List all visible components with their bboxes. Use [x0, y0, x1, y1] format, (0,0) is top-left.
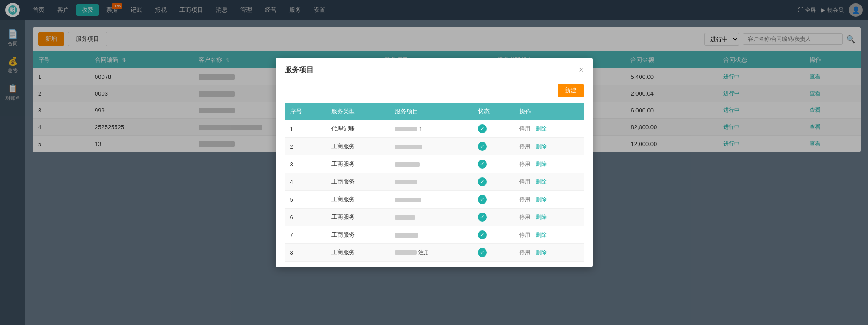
delete-button[interactable]: 删除 [536, 214, 547, 220]
modal-body: 新建 序号 服务类型 服务项目 状态 操作 1 代理记账 [276, 78, 593, 267]
modal-cell-type: 工商服务 [326, 155, 389, 173]
modal-cell-type: 工商服务 [326, 209, 389, 226]
status-check-icon: ✓ [478, 248, 487, 257]
stop-button[interactable]: 停用 [519, 161, 530, 167]
modal-table-row: 5 工商服务 ✓ 停用 删除 [285, 191, 584, 209]
modal-cell-actions: 停用 删除 [514, 244, 584, 262]
delete-button[interactable]: 删除 [536, 249, 547, 256]
modal-cell-item [389, 138, 473, 155]
modal-table-row: 2 工商服务 ✓ 停用 删除 [285, 138, 584, 155]
service-items-table: 序号 服务类型 服务项目 状态 操作 1 代理记账 1 ✓ 停用 删除 2 [285, 103, 584, 262]
modal-header: 服务项目 × [276, 58, 593, 78]
modal-col-action: 操作 [514, 103, 584, 120]
modal-cell-actions: 停用 删除 [514, 226, 584, 244]
modal-cell-seq: 6 [285, 209, 326, 226]
status-check-icon: ✓ [478, 230, 487, 239]
modal-cell-type: 工商服务 [326, 138, 389, 155]
status-check-icon: ✓ [478, 160, 487, 169]
modal-cell-actions: 停用 删除 [514, 155, 584, 173]
stop-button[interactable]: 停用 [519, 196, 530, 203]
stop-button[interactable]: 停用 [519, 179, 530, 185]
modal-col-seq: 序号 [285, 103, 326, 120]
modal-cell-actions: 停用 删除 [514, 209, 584, 226]
modal-cell-item: 1 [389, 120, 473, 138]
modal-cell-item [389, 155, 473, 173]
modal-overlay[interactable]: 服务项目 × 新建 序号 服务类型 服务项目 状态 操作 [0, 0, 868, 325]
delete-button[interactable]: 删除 [536, 196, 547, 203]
modal-cell-type: 工商服务 [326, 173, 389, 191]
modal-col-status: 状态 [472, 103, 514, 120]
modal-cell-item [389, 173, 473, 191]
status-check-icon: ✓ [478, 142, 487, 151]
status-check-icon: ✓ [478, 195, 487, 204]
modal-cell-status: ✓ [472, 244, 514, 262]
modal-table-row: 4 工商服务 ✓ 停用 删除 [285, 173, 584, 191]
modal-cell-type: 工商服务 [326, 191, 389, 209]
modal-table-row: 1 代理记账 1 ✓ 停用 删除 [285, 120, 584, 138]
modal-title: 服务项目 [285, 65, 314, 75]
modal-cell-actions: 停用 删除 [514, 120, 584, 138]
modal-toolbar: 新建 [285, 84, 584, 97]
modal-cell-type: 代理记账 [326, 120, 389, 138]
modal-cell-seq: 2 [285, 138, 326, 155]
delete-button[interactable]: 删除 [536, 143, 547, 150]
modal-cell-seq: 5 [285, 191, 326, 209]
modal-cell-actions: 停用 删除 [514, 173, 584, 191]
stop-button[interactable]: 停用 [519, 143, 530, 150]
stop-button[interactable]: 停用 [519, 249, 530, 256]
modal-cell-type: 工商服务 [326, 226, 389, 244]
modal-cell-status: ✓ [472, 173, 514, 191]
modal-close-button[interactable]: × [579, 65, 584, 75]
modal-col-type: 服务类型 [326, 103, 389, 120]
delete-button[interactable]: 删除 [536, 179, 547, 185]
modal-scroll[interactable]: 序号 服务类型 服务项目 状态 操作 1 代理记账 1 ✓ 停用 删除 2 [285, 103, 584, 262]
modal-cell-status: ✓ [472, 120, 514, 138]
service-items-modal: 服务项目 × 新建 序号 服务类型 服务项目 状态 操作 [276, 58, 593, 267]
stop-button[interactable]: 停用 [519, 214, 530, 220]
modal-cell-item [389, 209, 473, 226]
stop-button[interactable]: 停用 [519, 126, 530, 132]
status-check-icon: ✓ [478, 177, 487, 186]
status-check-icon: ✓ [478, 124, 487, 133]
modal-cell-seq: 3 [285, 155, 326, 173]
modal-table-row: 7 工商服务 ✓ 停用 删除 [285, 226, 584, 244]
modal-table-row: 8 工商服务 注册 ✓ 停用 删除 [285, 244, 584, 262]
modal-cell-item [389, 226, 473, 244]
modal-cell-status: ✓ [472, 155, 514, 173]
modal-cell-actions: 停用 删除 [514, 138, 584, 155]
delete-button[interactable]: 删除 [536, 161, 547, 167]
delete-button[interactable]: 删除 [536, 232, 547, 238]
modal-cell-type: 工商服务 [326, 244, 389, 262]
modal-cell-status: ✓ [472, 138, 514, 155]
modal-cell-item [389, 191, 473, 209]
modal-cell-status: ✓ [472, 191, 514, 209]
modal-cell-seq: 1 [285, 120, 326, 138]
modal-table-row: 3 工商服务 ✓ 停用 删除 [285, 155, 584, 173]
new-service-item-button[interactable]: 新建 [558, 84, 584, 97]
modal-cell-actions: 停用 删除 [514, 191, 584, 209]
modal-cell-seq: 4 [285, 173, 326, 191]
modal-cell-seq: 7 [285, 226, 326, 244]
modal-cell-status: ✓ [472, 226, 514, 244]
modal-cell-status: ✓ [472, 209, 514, 226]
stop-button[interactable]: 停用 [519, 232, 530, 238]
modal-cell-item: 注册 [389, 244, 473, 262]
status-check-icon: ✓ [478, 213, 487, 222]
modal-col-item: 服务项目 [389, 103, 473, 120]
modal-cell-seq: 8 [285, 244, 326, 262]
delete-button[interactable]: 删除 [536, 126, 547, 132]
modal-table-row: 6 工商服务 ✓ 停用 删除 [285, 209, 584, 226]
